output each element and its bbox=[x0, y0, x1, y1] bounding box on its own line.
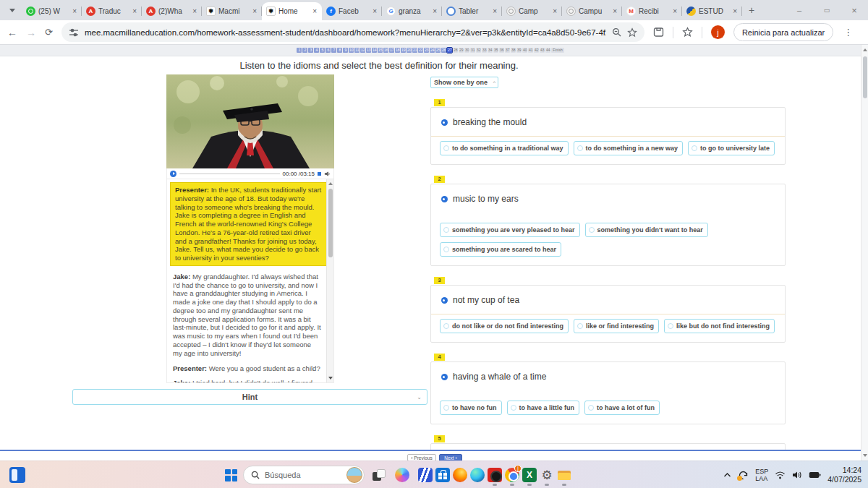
transcript-scroll-thumb[interactable] bbox=[328, 189, 333, 257]
zoom-icon[interactable] bbox=[612, 27, 621, 37]
pagination-square[interactable]: 1 bbox=[297, 48, 302, 53]
answer-option-button[interactable]: to have no fun bbox=[440, 401, 502, 415]
browser-tab[interactable]: Macmi× bbox=[202, 2, 262, 20]
pagination-square[interactable]: 27 bbox=[447, 48, 452, 53]
tab-close-icon[interactable]: × bbox=[672, 7, 678, 15]
tab-close-icon[interactable]: × bbox=[72, 7, 77, 15]
tab-close-icon[interactable]: × bbox=[132, 7, 137, 15]
edge-icon[interactable] bbox=[469, 464, 486, 486]
pagination-square[interactable]: 22 bbox=[418, 48, 423, 53]
file-explorer-icon[interactable] bbox=[556, 464, 573, 486]
tab-close-icon[interactable]: × bbox=[192, 7, 197, 15]
scroll-up-icon[interactable] bbox=[328, 182, 333, 185]
pagination-square[interactable]: 36 bbox=[499, 48, 504, 53]
chrome-icon[interactable]: j bbox=[503, 464, 521, 486]
pagination-square[interactable]: 10 bbox=[349, 48, 354, 53]
pagination-square[interactable]: 29 bbox=[459, 48, 464, 53]
page-scroll-thumb[interactable] bbox=[863, 56, 867, 98]
restart-to-update-button[interactable]: Reinicia para actualizar bbox=[733, 23, 833, 41]
answer-option-button[interactable]: do not like or do not find interesting bbox=[440, 319, 569, 333]
previous-button[interactable]: ‹ Previous bbox=[407, 454, 436, 461]
audio-play-icon[interactable] bbox=[441, 119, 448, 126]
close-button[interactable] bbox=[841, 0, 868, 20]
answer-option-button[interactable]: to go to university late bbox=[688, 141, 775, 155]
browser-menu-icon[interactable]: ⋮ bbox=[842, 27, 854, 38]
pagination-square[interactable]: 18 bbox=[395, 48, 400, 53]
pagination-square[interactable]: 3 bbox=[308, 48, 313, 53]
pagination-square[interactable]: 19 bbox=[401, 48, 406, 53]
pagination-square[interactable]: 31 bbox=[470, 48, 475, 53]
pagination-square[interactable]: 16 bbox=[383, 48, 388, 53]
tab-close-icon[interactable]: × bbox=[732, 7, 738, 15]
pagination-square[interactable]: 32 bbox=[476, 48, 481, 53]
back-icon[interactable]: ← bbox=[7, 27, 17, 38]
language-indicator[interactable]: ESP LAA bbox=[755, 468, 768, 483]
taskbar-search-input[interactable]: Búsqueda bbox=[243, 466, 365, 484]
pagination-square[interactable]: 21 bbox=[412, 48, 417, 53]
sync-icon[interactable] bbox=[738, 471, 749, 480]
tray-chevron-icon[interactable] bbox=[723, 472, 731, 478]
browser-tab[interactable]: Faceb× bbox=[322, 2, 382, 20]
pagination-square[interactable]: 11 bbox=[354, 48, 359, 53]
site-settings-icon[interactable] bbox=[69, 27, 79, 38]
browser-tab[interactable]: ESTUD× bbox=[682, 2, 742, 20]
favorites-star-icon[interactable] bbox=[682, 27, 693, 38]
pagination-square[interactable]: 12 bbox=[360, 48, 365, 53]
side-panel-icon[interactable] bbox=[653, 27, 664, 38]
settings-icon[interactable]: ⚙ bbox=[538, 464, 556, 486]
answer-option-button[interactable]: something you are very pleased to hear bbox=[440, 223, 580, 237]
pagination-square[interactable]: 28 bbox=[453, 48, 458, 53]
pagination-square[interactable]: 30 bbox=[464, 48, 469, 53]
wifi-icon[interactable] bbox=[775, 471, 786, 479]
pagination-square[interactable]: 39 bbox=[516, 48, 522, 53]
pagination-square[interactable]: 33 bbox=[482, 48, 487, 53]
answer-option-button[interactable]: to do something in a new way bbox=[574, 141, 684, 155]
pagination-square[interactable]: 13 bbox=[366, 48, 371, 53]
tab-close-icon[interactable]: × bbox=[432, 7, 438, 15]
browser-tab[interactable]: (25) W× bbox=[22, 2, 82, 20]
show-one-by-one-button[interactable]: Show one by one ^ bbox=[430, 77, 498, 88]
answer-option-button[interactable]: to have a lot of fun bbox=[584, 401, 660, 415]
pagination-square[interactable]: 9 bbox=[343, 48, 348, 53]
search-highlight-image[interactable] bbox=[346, 467, 362, 483]
video-progress-bar[interactable] bbox=[179, 174, 280, 174]
minimize-button[interactable] bbox=[786, 0, 813, 20]
transcript-scrollbar[interactable] bbox=[326, 179, 333, 382]
url-text[interactable]: mee.macmillaneducation.com/homework-asse… bbox=[85, 28, 606, 37]
pagination-square[interactable]: 6 bbox=[326, 48, 331, 53]
answer-option-button[interactable]: like but do not find interesting bbox=[664, 319, 775, 333]
m365-icon[interactable] bbox=[417, 464, 434, 486]
page-scroll-down-icon[interactable] bbox=[863, 454, 867, 457]
pagination-square[interactable]: 42 bbox=[534, 48, 539, 53]
tab-close-icon[interactable]: × bbox=[552, 7, 558, 15]
pagination-square[interactable]: 14 bbox=[372, 48, 377, 53]
tab-close-icon[interactable]: × bbox=[312, 7, 318, 15]
pagination-square[interactable]: 23 bbox=[424, 48, 429, 53]
browser-tab[interactable]: Traduc× bbox=[82, 2, 142, 20]
pagination-square[interactable]: 40 bbox=[522, 48, 527, 53]
widgets-icon[interactable] bbox=[9, 467, 25, 483]
pagination-square[interactable]: 20 bbox=[407, 48, 412, 53]
answer-option-button[interactable]: something you didn't want to hear bbox=[585, 223, 708, 237]
media-app-icon[interactable] bbox=[486, 464, 503, 486]
play-icon[interactable] bbox=[170, 171, 176, 177]
pagination-finish[interactable]: Finish bbox=[551, 48, 563, 53]
next-button[interactable]: Next › bbox=[439, 454, 462, 461]
page-scroll-up-icon[interactable] bbox=[863, 48, 867, 51]
clock[interactable]: 14:24 4/07/2025 bbox=[827, 466, 861, 484]
browser-tab[interactable]: (2)Wha× bbox=[142, 2, 202, 20]
pagination-square[interactable]: 4 bbox=[314, 48, 319, 53]
browser-tab[interactable]: Camp× bbox=[502, 2, 562, 20]
browser-tab[interactable]: Tabler× bbox=[442, 2, 502, 20]
answer-option-button[interactable]: to do something in a traditional way bbox=[440, 141, 569, 155]
volume-icon[interactable] bbox=[792, 471, 802, 479]
forward-icon[interactable]: → bbox=[26, 27, 36, 38]
pagination-square[interactable]: 2 bbox=[302, 48, 307, 53]
scroll-down-icon[interactable] bbox=[328, 377, 333, 380]
browser-tab[interactable]: granza× bbox=[382, 2, 442, 20]
hint-button[interactable]: Hint ⌄ bbox=[72, 389, 427, 405]
start-button-icon[interactable] bbox=[225, 469, 237, 481]
answer-option-button[interactable]: to have a little fun bbox=[507, 401, 580, 415]
pagination-square[interactable]: 43 bbox=[540, 48, 545, 53]
audio-play-icon[interactable] bbox=[441, 374, 448, 380]
